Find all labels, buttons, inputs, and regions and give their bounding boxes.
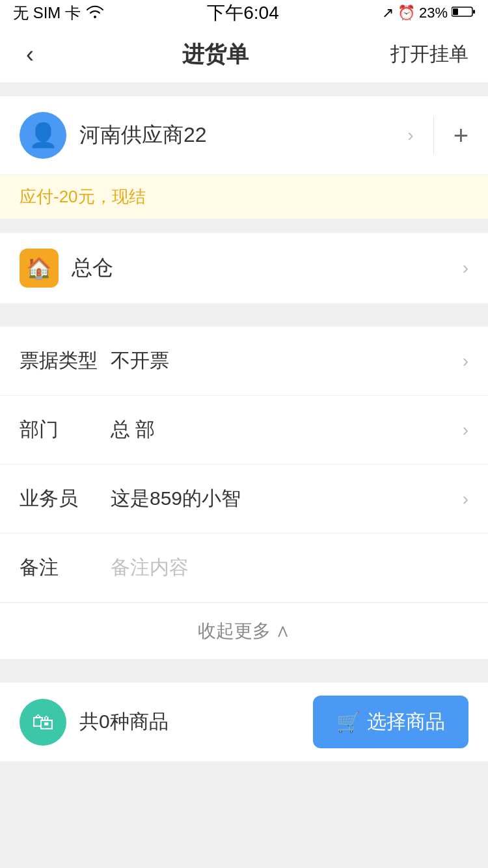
department-arrow-icon: › <box>463 420 468 441</box>
battery-text: 23% <box>419 5 448 21</box>
alarm-icon: ⏰ <box>398 5 415 21</box>
back-button[interactable]: ‹ <box>20 34 40 75</box>
status-bar: 无 SIM 卡 下午6:04 ↗ ⏰ 23% <box>0 0 488 26</box>
warehouse-icon: 🏠 <box>26 256 52 280</box>
form-section: 票据类型 不开票 › 部门 总 部 › 业务员 这是859的小智 › 备注 备注… <box>0 327 488 659</box>
salesperson-row[interactable]: 业务员 这是859的小智 › <box>0 465 488 534</box>
svg-rect-1 <box>473 10 475 14</box>
section-gap-2 <box>0 219 488 232</box>
warehouse-section: 🏠 总仓 › <box>0 232 488 303</box>
remark-label: 备注 <box>20 554 111 581</box>
supplier-row[interactable]: 👤 河南供应商22 › + <box>0 96 488 175</box>
wifi-icon <box>86 4 104 22</box>
carrier-text: 无 SIM 卡 <box>13 3 81 23</box>
invoice-type-arrow-icon: › <box>463 351 468 372</box>
select-product-icon: 🛒 <box>336 711 360 733</box>
add-supplier-button[interactable]: + <box>454 121 468 150</box>
product-count: 共0种商品 <box>79 709 313 735</box>
remark-input[interactable]: 备注内容 <box>111 554 468 581</box>
supplier-arrow-icon: › <box>407 125 413 146</box>
salesperson-label: 业务员 <box>20 485 111 512</box>
product-section: 🛍 共0种商品 🛒 选择商品 <box>0 683 488 761</box>
notice-text: 应付-20元，现结 <box>20 187 146 206</box>
department-label: 部门 <box>20 416 111 443</box>
product-icon-wrap: 🛍 <box>20 699 66 746</box>
warehouse-row[interactable]: 🏠 总仓 › <box>0 232 488 303</box>
invoice-type-row[interactable]: 票据类型 不开票 › <box>0 327 488 396</box>
collapse-button[interactable]: 收起更多 ∧ <box>0 603 488 659</box>
nav-bar: ‹ 进货单 打开挂单 <box>0 26 488 83</box>
supplier-avatar: 👤 <box>20 112 66 159</box>
invoice-type-label: 票据类型 <box>20 347 111 374</box>
remark-row[interactable]: 备注 备注内容 <box>0 534 488 603</box>
supplier-section: 👤 河南供应商22 › + 应付-20元，现结 <box>0 96 488 219</box>
select-product-label: 选择商品 <box>367 709 445 735</box>
page-title: 进货单 <box>182 40 249 70</box>
warehouse-name: 总仓 <box>72 254 463 282</box>
section-gap-4 <box>0 659 488 672</box>
salesperson-value: 这是859的小智 <box>111 485 456 512</box>
product-icon: 🛍 <box>32 709 54 735</box>
location-icon: ↗ <box>382 5 394 21</box>
battery-icon <box>452 5 475 21</box>
salesperson-arrow-icon: › <box>463 489 468 509</box>
vertical-divider <box>433 116 434 155</box>
warehouse-arrow-icon: › <box>463 258 468 278</box>
svg-rect-2 <box>453 8 458 15</box>
collapse-label: 收起更多 ∧ <box>198 621 291 641</box>
section-gap-1 <box>0 83 488 96</box>
open-pending-button[interactable]: 打开挂单 <box>390 41 468 68</box>
status-right: ↗ ⏰ 23% <box>382 5 475 21</box>
section-gap-3 <box>0 303 488 316</box>
warehouse-icon-wrap: 🏠 <box>20 249 59 288</box>
bottom-fill <box>0 761 488 868</box>
status-time: 下午6:04 <box>207 1 279 25</box>
supplier-name: 河南供应商22 <box>79 121 407 150</box>
department-value: 总 部 <box>111 416 456 443</box>
notice-banner: 应付-20元，现结 <box>0 175 488 219</box>
invoice-type-value: 不开票 <box>111 347 456 374</box>
department-row[interactable]: 部门 总 部 › <box>0 396 488 465</box>
select-product-button[interactable]: 🛒 选择商品 <box>313 696 468 748</box>
status-left: 无 SIM 卡 <box>13 3 104 23</box>
user-icon: 👤 <box>29 122 58 149</box>
